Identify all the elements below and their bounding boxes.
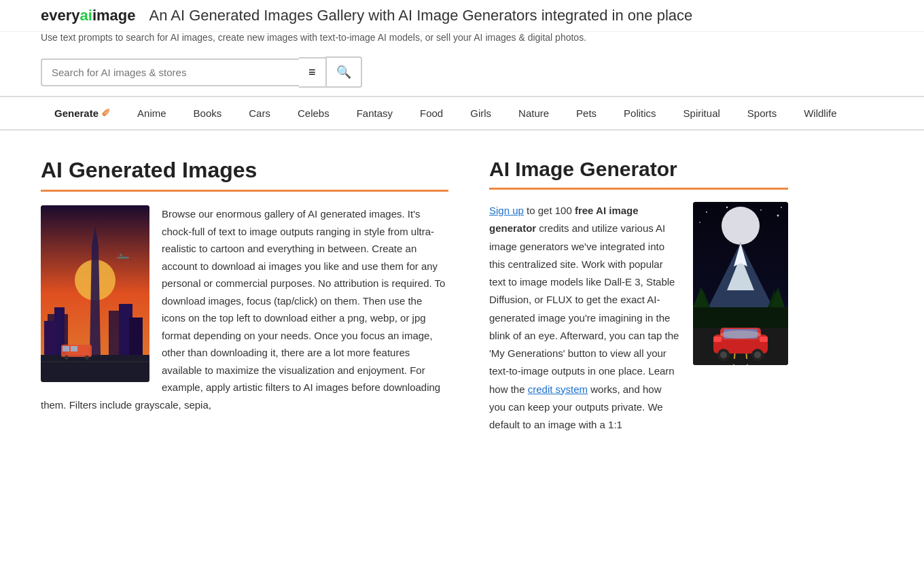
header: everyaiimage An AI Generated Images Gall… [0,0,924,32]
search-input[interactable] [41,58,299,86]
left-divider [41,190,448,192]
left-content-text: Browse our enormous gallery of AI genera… [41,205,448,413]
svg-point-14 [65,356,69,360]
svg-rect-10 [41,355,149,382]
svg-point-40 [720,351,727,358]
svg-point-44 [726,207,728,208]
category-nav: Generate ✐ Anime Books Cars Celebs Fanta… [0,96,924,131]
credit-system-link[interactable]: credit system [528,383,588,395]
search-button[interactable]: 🔍 [325,56,362,88]
logo-suffix: image [92,7,136,24]
right-column: AI Image Generator Sign up to get 100 fr… [489,158,788,434]
generate-label: Generate [54,107,99,119]
nav-item-food[interactable]: Food [406,98,457,128]
svg-point-48 [781,207,782,208]
svg-point-18 [120,254,122,256]
search-icon: 🔍 [336,65,351,79]
svg-rect-9 [44,321,56,355]
right-section-title: AI Image Generator [489,158,788,181]
nav-item-sports[interactable]: Sports [734,98,790,128]
nav-item-nature[interactable]: Nature [505,98,563,128]
svg-point-43 [706,211,707,213]
site-subtitle: Use text prompts to search for AI images… [0,32,924,51]
svg-point-46 [777,215,779,217]
mountain-car-ai-image[interactable] [693,202,788,365]
svg-rect-37 [760,337,768,342]
wand-icon: ✐ [101,107,110,120]
signup-link[interactable]: Sign up [489,205,524,216]
filter-button[interactable]: ≡ [299,57,325,88]
svg-point-21 [722,207,760,245]
nav-item-fantasy[interactable]: Fantasy [343,98,406,128]
svg-rect-8 [129,317,143,355]
filter-icon: ≡ [308,65,316,79]
svg-point-38 [720,330,761,339]
nav-item-anime[interactable]: Anime [124,98,180,128]
search-bar: ≡ 🔍 [0,51,924,96]
nav-item-cars[interactable]: Cars [235,98,284,128]
nav-item-books[interactable]: Books [180,98,236,128]
svg-rect-25 [693,307,788,328]
nav-item-celebs[interactable]: Celebs [284,98,343,128]
nav-item-wildlife[interactable]: Wildlife [790,98,850,128]
main-content: AI Generated Images [0,131,924,461]
logo-ai: ai [80,7,92,24]
nav-item-pets[interactable]: Pets [563,98,610,128]
left-column: AI Generated Images [41,158,448,434]
nav-item-politics[interactable]: Politics [610,98,670,128]
right-image-wrapper [693,202,788,434]
svg-rect-13 [71,346,77,351]
svg-point-15 [85,356,89,360]
right-body-text: Sign up to get 100 free AI image generat… [489,202,679,434]
svg-rect-12 [63,346,69,351]
svg-rect-36 [713,337,722,342]
site-logo[interactable]: everyaiimage [41,7,135,24]
nav-item-spiritual[interactable]: Spiritual [670,98,734,128]
site-tagline: An AI Generated Images Gallery with AI I… [149,7,692,24]
city-ai-image[interactable] [41,205,149,382]
svg-point-47 [699,222,700,223]
svg-point-42 [754,351,761,358]
right-divider [489,188,788,190]
logo-prefix: every [41,7,80,24]
left-section-title: AI Generated Images [41,158,448,183]
right-content-block: Sign up to get 100 free AI image generat… [489,202,788,434]
nav-item-girls[interactable]: Girls [457,98,505,128]
nav-item-generate[interactable]: Generate ✐ [41,97,124,129]
svg-point-45 [760,209,762,211]
